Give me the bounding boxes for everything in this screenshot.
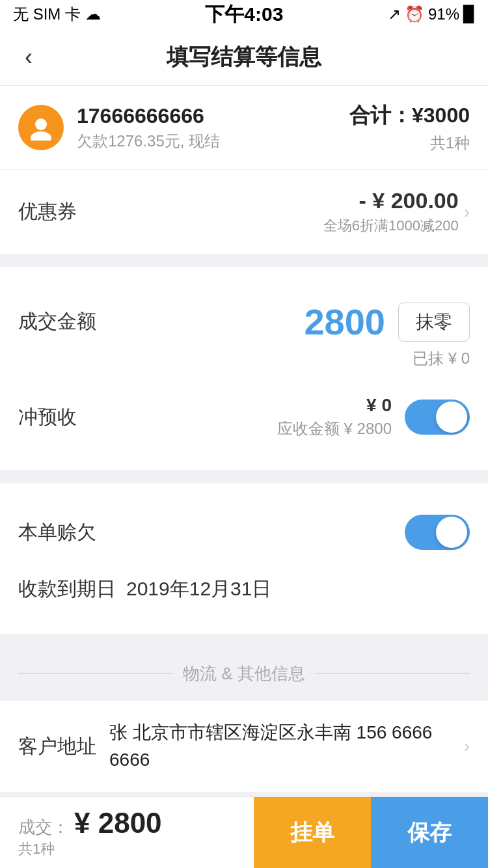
due-date-value: 2019年12月31日 <box>126 576 271 603</box>
pre-amount: ¥ 0 <box>277 395 392 416</box>
page-title: 填写结算等信息 <box>167 42 321 72</box>
address-chevron-icon: › <box>464 736 470 757</box>
sim-text: 无 SIM 卡 ☁ <box>13 4 101 25</box>
total-amount: 合计：¥3000 <box>349 102 470 130</box>
logistics-divider: 物流 & 其他信息 <box>0 647 488 701</box>
battery-text: 91% <box>428 5 459 23</box>
address-row[interactable]: 客户地址 张 北京市市辖区海淀区永丰南 156 6666 6666 › <box>0 701 488 792</box>
bottom-bar: 成交： ¥ 2800 共1种 挂单 保存 <box>0 796 488 868</box>
coupon-label: 优惠券 <box>18 198 77 225</box>
svg-point-0 <box>35 118 47 130</box>
amount-row: 成交金额 2800 抹零 <box>18 285 470 348</box>
save-button[interactable]: 保存 <box>371 797 488 869</box>
content-area: 17666666666 欠款1276.35元, 现结 合计：¥3000 共1种 … <box>0 86 488 868</box>
address-content: 张 北京市市辖区海淀区永丰南 156 6666 6666 <box>109 719 459 774</box>
toggle-knob <box>436 401 467 433</box>
round-button[interactable]: 抹零 <box>398 303 470 342</box>
receivable-text: 应收金额 ¥ 2800 <box>277 418 392 439</box>
total-count: 共1种 <box>349 133 470 154</box>
amount-value: 2800 <box>304 301 385 343</box>
svg-point-1 <box>31 131 51 141</box>
pre-receive-right: ¥ 0 应收金额 ¥ 2800 <box>277 395 392 439</box>
transaction-section: 成交金额 2800 抹零 已抹 ¥ 0 冲预收 ¥ 0 应收金额 ¥ 2800 <box>0 267 488 470</box>
debit-toggle-knob <box>436 517 467 548</box>
bottom-count: 共1种 <box>18 839 236 859</box>
debit-toggle[interactable] <box>405 515 470 550</box>
divider-line-right <box>316 673 470 674</box>
status-bar: 无 SIM 卡 ☁ 下午4:03 ↗ ⏰ 91% ▉ <box>0 0 488 29</box>
user-row: 17666666666 欠款1276.35元, 现结 合计：¥3000 共1种 <box>0 86 488 169</box>
battery-icon: ▉ <box>463 5 475 23</box>
user-info: 17666666666 欠款1276.35元, 现结 <box>77 104 349 152</box>
due-date-row: 收款到期日 2019年12月31日 <box>18 563 470 616</box>
nav-bar: ‹ 填写结算等信息 <box>0 29 488 86</box>
coupon-row[interactable]: 优惠券 - ¥ 200.00 全场6折满1000减200 › <box>0 169 488 254</box>
back-button[interactable]: ‹ <box>18 37 39 77</box>
bottom-deal-label: 成交： <box>18 816 69 839</box>
avatar <box>18 105 64 150</box>
amount-label: 成交金额 <box>18 308 96 335</box>
user-total: 合计：¥3000 共1种 <box>349 102 470 154</box>
coupon-discount: - ¥ 200.00 <box>323 188 459 213</box>
hang-button[interactable]: 挂单 <box>254 797 371 869</box>
user-info-card: 17666666666 欠款1276.35元, 现结 合计：¥3000 共1种 … <box>0 86 488 254</box>
pre-receive-toggle[interactable] <box>405 400 470 435</box>
pre-receive-label: 冲预收 <box>18 404 77 431</box>
bottom-amount: ¥ 2800 <box>74 807 162 839</box>
coupon-right: - ¥ 200.00 全场6折满1000减200 <box>323 188 459 236</box>
user-debt: 欠款1276.35元, 现结 <box>77 131 349 152</box>
coupon-desc: 全场6折满1000减200 <box>323 216 459 236</box>
pre-receive-row: 冲预收 ¥ 0 应收金额 ¥ 2800 <box>18 382 470 452</box>
status-left: 无 SIM 卡 ☁ <box>13 4 101 25</box>
due-date-label: 收款到期日 <box>18 576 116 603</box>
coupon-chevron-icon: › <box>464 202 470 223</box>
status-time: 下午4:03 <box>205 1 283 28</box>
logistics-label: 物流 & 其他信息 <box>183 662 305 685</box>
user-phone: 17666666666 <box>77 104 349 128</box>
debit-section: 本单赊欠 收款到期日 2019年12月31日 <box>0 483 488 634</box>
bottom-info: 成交： ¥ 2800 共1种 <box>0 807 254 859</box>
debit-label: 本单赊欠 <box>18 519 96 546</box>
address-label: 客户地址 <box>18 733 96 760</box>
location-icon: ↗ <box>388 5 401 23</box>
already-offset: 已抹 ¥ 0 <box>18 348 470 382</box>
status-right: ↗ ⏰ 91% ▉ <box>388 5 475 23</box>
debit-row: 本单赊欠 <box>18 502 470 563</box>
alarm-icon: ⏰ <box>405 5 424 23</box>
divider-line-left <box>18 673 172 674</box>
